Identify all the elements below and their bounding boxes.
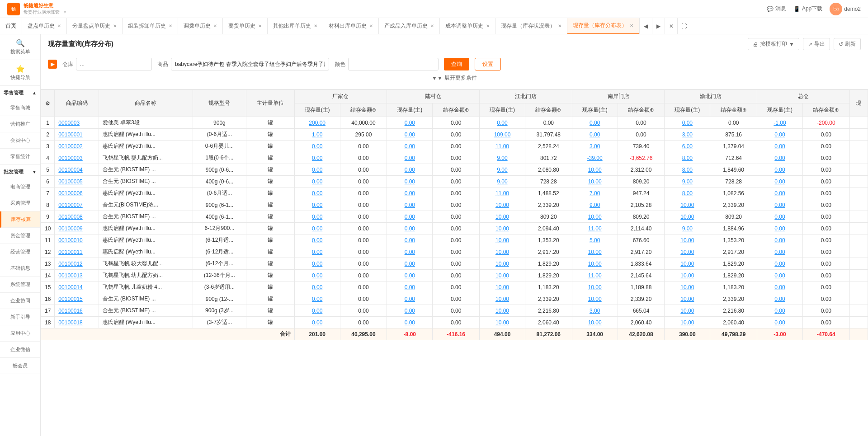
setting-btn[interactable]: 设置 — [475, 58, 501, 70]
row-total-qty[interactable]: 0.00 — [757, 317, 803, 328]
row-nanan-qty[interactable]: 10.00 — [572, 164, 618, 176]
row-factory-qty[interactable]: 0.00 — [294, 270, 340, 281]
row-factory-qty[interactable]: 0.00 — [294, 141, 340, 152]
row-code[interactable]: 00100018 — [55, 317, 99, 328]
row-jiangbei-qty[interactable]: 9.00 — [480, 164, 525, 176]
row-lucun-qty[interactable]: 0.00 — [387, 176, 433, 188]
filter-expand-trigger[interactable]: ▶ — [48, 60, 57, 69]
row-lucun-qty[interactable]: 0.00 — [387, 129, 433, 141]
row-factory-qty[interactable]: 0.00 — [294, 188, 340, 199]
row-nanan-qty[interactable]: 3.00 — [572, 305, 618, 317]
row-code[interactable]: 0000003 — [55, 117, 99, 129]
row-total-qty[interactable]: 0.00 — [757, 176, 803, 188]
row-jiangbei-qty[interactable]: 109.00 — [480, 129, 525, 141]
row-nanan-qty[interactable]: 0.00 — [572, 129, 618, 141]
row-total-qty[interactable]: 0.00 — [757, 129, 803, 141]
sidebar-item-changhui[interactable]: 畅会员 — [0, 358, 40, 374]
color-input[interactable] — [348, 58, 439, 70]
sidebar-item-guide[interactable]: 新手引导 — [0, 309, 40, 325]
export-btn[interactable]: ↗ 导出 — [803, 38, 830, 50]
row-yubei-qty[interactable]: 8.00 — [665, 164, 710, 176]
tab-qitachuku[interactable]: 其他出库单历史 ✕ — [268, 18, 323, 34]
close-icon[interactable]: ✕ — [430, 23, 434, 28]
row-lucun-qty[interactable]: 0.00 — [387, 141, 433, 152]
row-factory-qty[interactable]: 0.00 — [294, 246, 340, 258]
row-factory-qty[interactable]: 0.00 — [294, 211, 340, 223]
row-nanan-qty[interactable]: 3.00 — [572, 141, 618, 152]
sidebar-item-marketing[interactable]: 营销推广 — [0, 116, 40, 132]
row-lucun-qty[interactable]: 0.00 — [387, 281, 433, 293]
tab-pandian[interactable]: 盘点单历史 ✕ — [22, 18, 67, 34]
row-yubei-qty[interactable]: 10.00 — [665, 281, 710, 293]
row-yubei-qty[interactable]: 10.00 — [665, 211, 710, 223]
close-icon[interactable]: ✕ — [486, 23, 490, 28]
sidebar-item-member[interactable]: 会员中心 — [0, 132, 40, 149]
row-total-qty[interactable]: 0.00 — [757, 223, 803, 234]
row-lucun-qty[interactable]: 0.00 — [387, 317, 433, 328]
row-total-qty[interactable]: 0.00 — [757, 281, 803, 293]
row-lucun-qty[interactable]: 0.00 — [387, 293, 433, 305]
row-lucun-qty[interactable]: 0.00 — [387, 246, 433, 258]
row-code[interactable]: 00100003 — [55, 152, 99, 164]
row-nanan-qty[interactable]: 10.00 — [572, 246, 618, 258]
close-icon[interactable]: ✕ — [57, 23, 61, 28]
row-nanan-qty[interactable]: 0.00 — [572, 117, 618, 129]
warehouse-input[interactable] — [76, 58, 152, 70]
row-yubei-qty[interactable]: 10.00 — [665, 270, 710, 281]
row-total-qty[interactable]: 0.00 — [757, 234, 803, 246]
sidebar-item-inventory[interactable]: 库存核算 — [0, 211, 40, 228]
row-total-qty[interactable]: 0.00 — [757, 199, 803, 211]
sidebar-item-retailstat[interactable]: 零售统计 — [0, 149, 40, 165]
row-factory-qty[interactable]: 0.00 — [294, 305, 340, 317]
tab-fullscreen-btn[interactable]: ⛶ — [677, 18, 690, 34]
row-yubei-qty[interactable]: 10.00 — [665, 234, 710, 246]
tab-chanchengruku[interactable]: 产成品入库单历史 ✕ — [379, 18, 440, 34]
row-total-qty[interactable]: 0.00 — [757, 246, 803, 258]
row-factory-qty[interactable]: 0.00 — [294, 223, 340, 234]
sidebar-item-nav[interactable]: ⭐ 快捷导航 — [0, 60, 40, 86]
row-yubei-qty[interactable]: 0.00 — [665, 117, 710, 129]
row-lucun-qty[interactable]: 0.00 — [387, 234, 433, 246]
row-lucun-qty[interactable]: 0.00 — [387, 117, 433, 129]
app-download-btn[interactable]: 📱 App下载 — [793, 5, 822, 13]
row-factory-qty[interactable]: 0.00 — [294, 317, 340, 328]
row-jiangbei-qty[interactable]: 0.00 — [480, 117, 525, 129]
row-total-qty[interactable]: -1.00 — [757, 117, 803, 129]
tab-zuzhuan[interactable]: 组装拆卸单历史 ✕ — [123, 18, 178, 34]
expand-btn[interactable]: ▼▼ 展开更多条件 — [428, 72, 481, 84]
sidebar-item-ops[interactable]: 经营管理 — [0, 244, 40, 260]
row-factory-qty[interactable]: 0.00 — [294, 199, 340, 211]
row-yubei-qty[interactable]: 10.00 — [665, 258, 710, 270]
tab-next-btn[interactable]: ▶ — [652, 18, 665, 34]
row-factory-qty[interactable]: 0.00 — [294, 293, 340, 305]
row-code[interactable]: 00100006 — [55, 188, 99, 199]
sidebar-item-appcenter[interactable]: 应用中心 — [0, 325, 40, 342]
row-lucun-qty[interactable]: 0.00 — [387, 199, 433, 211]
row-yubei-qty[interactable]: 9.00 — [665, 176, 710, 188]
tab-diaob[interactable]: 调拨单历史 ✕ — [178, 18, 223, 34]
row-nanan-qty[interactable]: 10.00 — [572, 317, 618, 328]
tab-home[interactable]: 首页 — [0, 18, 22, 34]
row-nanan-qty[interactable]: 10.00 — [572, 281, 618, 293]
row-factory-qty[interactable]: 0.00 — [294, 234, 340, 246]
row-total-qty[interactable]: 0.00 — [757, 141, 803, 152]
row-jiangbei-qty[interactable]: 10.00 — [480, 258, 525, 270]
row-total-qty[interactable]: 0.00 — [757, 270, 803, 281]
tab-kucunzhuang[interactable]: 现存量（库存状况表）✕ — [495, 18, 567, 34]
row-jiangbei-qty[interactable]: 9.00 — [480, 176, 525, 188]
row-yubei-qty[interactable]: 10.00 — [665, 317, 710, 328]
row-factory-qty[interactable]: 1.00 — [294, 129, 340, 141]
row-nanan-qty[interactable]: 10.00 — [572, 176, 618, 188]
sidebar-item-purchase[interactable]: 采购管理 — [0, 195, 40, 211]
sidebar-item-ecom[interactable]: 电商管理 — [0, 179, 40, 195]
row-total-qty[interactable]: 0.00 — [757, 305, 803, 317]
row-nanan-qty[interactable]: 7.00 — [572, 188, 618, 199]
sidebar-item-retail[interactable]: 零售管理 ▲ — [0, 86, 40, 100]
print-btn[interactable]: 🖨 按模板打印 ▼ — [748, 38, 799, 50]
row-code[interactable]: 00100016 — [55, 305, 99, 317]
row-nanan-qty[interactable]: 10.00 — [572, 258, 618, 270]
row-yubei-qty[interactable]: 8.00 — [665, 152, 710, 164]
row-nanan-qty[interactable]: -39.00 — [572, 152, 618, 164]
row-factory-qty[interactable]: 200.00 — [294, 117, 340, 129]
row-lucun-qty[interactable]: 0.00 — [387, 152, 433, 164]
